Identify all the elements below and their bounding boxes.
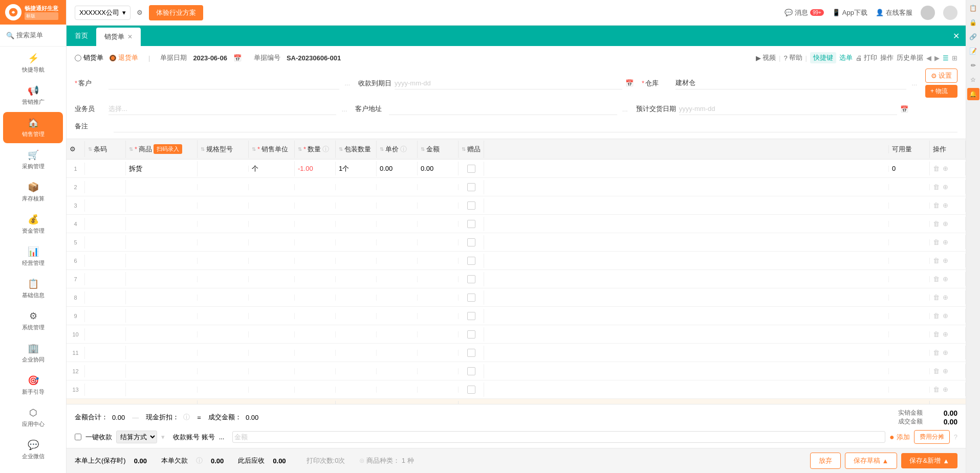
row-amount-6[interactable] — [418, 276, 459, 282]
row-note-12[interactable] — [484, 387, 889, 393]
experience-btn[interactable]: 体验行业方案 — [149, 5, 203, 20]
sort-icon-pkg[interactable]: ⇅ — [339, 146, 343, 152]
radio-return-order[interactable]: 退货单 — [110, 53, 138, 62]
settings-col-icon[interactable]: ⚙ — [70, 145, 76, 153]
row-spec-1[interactable] — [198, 184, 249, 190]
row-amount-12[interactable] — [418, 387, 459, 393]
gift-checkbox-6[interactable] — [467, 275, 475, 283]
radio-sales-input[interactable] — [75, 55, 81, 61]
row-amount-3[interactable] — [418, 221, 459, 227]
row-price-5[interactable] — [377, 258, 418, 264]
gift-checkbox-0[interactable] — [467, 165, 475, 173]
row-gift-9[interactable] — [459, 327, 484, 342]
row-unit-12[interactable] — [249, 387, 295, 393]
row-copy-5[interactable]: ⊕ — [943, 257, 948, 264]
row-pkg-9[interactable] — [336, 331, 377, 337]
sidebar-item-enterprise[interactable]: 🏢 企业协同 — [3, 337, 63, 369]
sidebar-item-quick-nav[interactable]: ⚡ 快捷导航 — [3, 48, 63, 79]
settings-gear-icon[interactable]: ⚙ — [137, 9, 143, 16]
warehouse-input[interactable] — [676, 77, 906, 89]
row-unit-2[interactable] — [249, 202, 295, 209]
gift-checkbox-8[interactable] — [467, 312, 475, 320]
row-gift-2[interactable] — [459, 198, 484, 213]
row-gift-6[interactable] — [459, 272, 484, 286]
payment-calendar-icon[interactable]: 📅 — [625, 79, 634, 87]
expected-calendar-icon[interactable]: 📅 — [900, 105, 908, 113]
gift-checkbox-2[interactable] — [467, 201, 475, 210]
sidebar-item-inventory[interactable]: 📦 库存核算 — [3, 176, 63, 208]
row-delete-11[interactable]: 🗑 — [933, 367, 940, 375]
row-barcode-3[interactable] — [85, 217, 126, 231]
row-qty-6[interactable] — [295, 276, 336, 282]
row-spec-5[interactable] — [198, 258, 249, 264]
row-spec-3[interactable] — [198, 221, 249, 227]
sort-icon-price[interactable]: ⇅ — [380, 146, 384, 152]
row-delete-8[interactable]: 🗑 — [933, 312, 940, 320]
salesperson-input[interactable] — [108, 103, 336, 115]
row-amount-4[interactable] — [418, 239, 459, 245]
add-payment-btn[interactable]: ● 添加 — [889, 433, 910, 442]
row-unit-4[interactable] — [249, 239, 295, 245]
row-note-5[interactable] — [484, 258, 889, 264]
row-qty-8[interactable] — [295, 313, 336, 319]
save-draft-chevron[interactable]: ▲ — [882, 457, 889, 465]
row-pkg-7[interactable] — [336, 295, 377, 301]
help-btn[interactable]: ? 帮助 — [783, 53, 802, 62]
row-settings-5[interactable]: 6 — [67, 255, 85, 267]
warehouse-dots[interactable]: ... — [911, 79, 917, 87]
th-settings[interactable]: ⚙ — [67, 141, 85, 157]
row-note-9[interactable] — [484, 331, 889, 337]
sidebar-item-basic[interactable]: 📋 基础信息 — [3, 273, 63, 304]
row-note-1[interactable] — [484, 184, 889, 190]
row-spec-11[interactable] — [198, 368, 249, 374]
select-btn[interactable]: 选单 — [839, 53, 853, 62]
row-gift-5[interactable] — [459, 254, 484, 268]
barcode-input-10[interactable] — [88, 349, 122, 356]
row-settings-9[interactable]: 10 — [67, 328, 85, 341]
row-spec-7[interactable] — [198, 295, 249, 301]
row-copy-12[interactable]: ⊕ — [943, 386, 948, 393]
price-info-icon[interactable]: ⓘ — [400, 145, 407, 154]
gift-checkbox-10[interactable] — [467, 349, 475, 357]
row-price-7[interactable] — [377, 295, 418, 301]
tool-btn-1[interactable]: 📋 — [967, 2, 979, 14]
row-goods-11[interactable] — [126, 368, 198, 374]
barcode-input-4[interactable] — [88, 238, 122, 246]
row-delete-12[interactable]: 🗑 — [933, 386, 940, 393]
product-types-icon[interactable]: ⊙ — [359, 457, 364, 464]
message-btn[interactable]: 💬 消息 99+ — [785, 8, 824, 17]
row-pkg-8[interactable] — [336, 313, 377, 319]
row-goods-0[interactable]: 拆货 — [126, 161, 198, 176]
gift-checkbox-1[interactable] — [467, 183, 475, 191]
search-menu-btn[interactable]: 🔍 搜索菜单 — [4, 29, 62, 42]
radio-return-input[interactable] — [110, 55, 116, 61]
grid-view-icon[interactable]: ⊞ — [952, 54, 957, 62]
settlement-method-select[interactable]: 结算方式 — [116, 431, 157, 443]
row-qty-11[interactable] — [295, 368, 336, 374]
row-goods-10[interactable] — [126, 350, 198, 356]
notes-input[interactable] — [114, 120, 957, 132]
row-pkg-1[interactable] — [336, 184, 377, 190]
row-price-8[interactable] — [377, 313, 418, 319]
row-price-0[interactable]: 0.00 — [377, 162, 418, 175]
row-qty-10[interactable] — [295, 350, 336, 356]
setting-btn[interactable]: ⚙ 设置 — [925, 69, 957, 83]
barcode-input-1[interactable] — [88, 183, 122, 191]
row-goods-6[interactable] — [126, 276, 198, 282]
row-unit-3[interactable] — [249, 221, 295, 227]
row-gift-3[interactable] — [459, 217, 484, 231]
row-qty-12[interactable] — [295, 387, 336, 393]
row-pkg-10[interactable] — [336, 350, 377, 356]
row-qty-1[interactable] — [295, 184, 336, 190]
gift-checkbox-9[interactable] — [467, 330, 475, 339]
barcode-input-9[interactable] — [88, 330, 122, 338]
avatar2[interactable] — [943, 6, 957, 20]
gift-checkbox-5[interactable] — [467, 257, 475, 265]
expected-date-input[interactable] — [679, 103, 897, 115]
row-goods-12[interactable] — [126, 387, 198, 393]
debt-help-icon[interactable]: ⓘ — [196, 456, 203, 465]
tool-btn-6[interactable]: ☆ — [967, 74, 979, 86]
row-goods-2[interactable] — [126, 202, 198, 209]
row-note-3[interactable] — [484, 221, 889, 227]
row-note-6[interactable] — [484, 276, 889, 282]
